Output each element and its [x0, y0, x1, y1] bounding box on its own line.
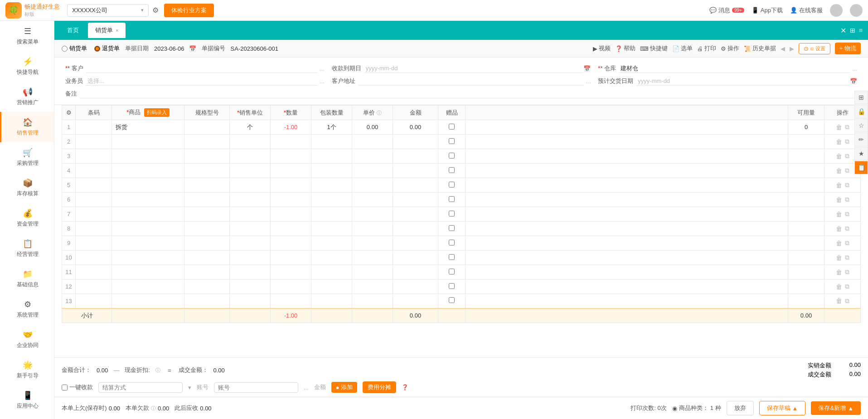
salesman-dots[interactable]: ... [318, 78, 325, 85]
copy-icon[interactable]: ⧉ [845, 283, 849, 290]
nav-next-icon[interactable]: ▶ [790, 45, 794, 52]
abandon-button[interactable]: 放弃 [727, 401, 754, 415]
delete-icon[interactable]: 🗑 [836, 297, 842, 304]
addr-dots[interactable]: ... [584, 78, 591, 85]
company-selector[interactable]: XXXXXX公司 ▾ [67, 4, 149, 17]
sidebar-item-enterprise[interactable]: 🤝 企业协同 [0, 324, 54, 355]
cell-amount[interactable] [393, 279, 438, 294]
cell-unit-price[interactable] [352, 193, 393, 207]
cell-pkg-qty[interactable] [311, 279, 352, 294]
cell-barcode[interactable] [76, 236, 112, 250]
cell-gift[interactable] [438, 164, 466, 178]
cell-amount[interactable] [393, 207, 438, 222]
radio-return-order[interactable]: 退货单 [94, 44, 120, 53]
customer-input[interactable] [86, 64, 318, 73]
delete-icon[interactable]: 🗑 [836, 182, 842, 189]
rf-edit-btn[interactable]: ✏ [854, 133, 868, 146]
message-item[interactable]: 💬 消息 99+ [709, 6, 744, 14]
copy-icon[interactable]: ⧉ [845, 138, 849, 145]
cell-pkg-qty[interactable] [311, 207, 352, 222]
rf-expand-btn[interactable]: ⊞ [854, 91, 868, 104]
customer-dots[interactable]: ... [318, 65, 325, 72]
trial-button[interactable]: 体验行业方案 [164, 4, 214, 17]
cell-amount[interactable] [393, 265, 438, 279]
cell-barcode[interactable] [76, 279, 112, 294]
cell-pkg-qty[interactable] [311, 250, 352, 265]
cell-unit[interactable] [230, 178, 271, 193]
cell-gift[interactable] [438, 193, 466, 207]
cell-spec[interactable] [184, 294, 230, 308]
cell-pkg-qty[interactable] [311, 265, 352, 279]
online-service-item[interactable]: 👤 在线客服 [790, 6, 823, 14]
select-btn[interactable]: 📄 选单 [672, 44, 693, 53]
cell-amount[interactable] [393, 236, 438, 250]
cell-gift[interactable] [438, 236, 466, 250]
cell-product[interactable] [112, 265, 184, 279]
warehouse-input[interactable] [619, 64, 850, 73]
cell-amount[interactable] [393, 250, 438, 265]
cell-unit-price[interactable] [352, 265, 393, 279]
cell-unit[interactable] [230, 236, 271, 250]
cell-amount[interactable] [393, 294, 438, 308]
grid-view-icon[interactable]: ⊞ [850, 27, 855, 34]
sidebar-item-guide[interactable]: 🌟 新手引导 [0, 355, 54, 385]
cell-barcode[interactable] [76, 120, 112, 135]
cell-unit[interactable] [230, 135, 271, 149]
tab-sales-order[interactable]: 销货单 × [88, 23, 126, 38]
cell-amount[interactable] [393, 222, 438, 236]
copy-icon[interactable]: ⧉ [845, 254, 849, 261]
cell-barcode[interactable] [76, 265, 112, 279]
rf-star-btn[interactable]: ☆ [854, 119, 868, 132]
cell-unit-price[interactable] [352, 178, 393, 193]
cell-amount[interactable] [393, 193, 438, 207]
copy-icon[interactable]: ⧉ [845, 196, 849, 203]
rf-fav-btn[interactable]: ★ [854, 147, 868, 160]
app-download-item[interactable]: 📱 App下载 [752, 6, 783, 14]
cell-spec[interactable] [184, 164, 230, 178]
cell-unit[interactable] [230, 193, 271, 207]
account-dots[interactable]: ... [304, 384, 309, 391]
calendar-icon[interactable]: 📅 [583, 65, 591, 72]
cell-product[interactable] [112, 294, 184, 308]
delete-icon[interactable]: 🗑 [836, 283, 842, 290]
customer-addr-input[interactable] [358, 77, 584, 86]
cell-unit[interactable]: 个 [230, 120, 271, 135]
cell-gift[interactable] [438, 294, 466, 308]
cell-quantity[interactable] [271, 294, 311, 308]
copy-icon[interactable]: ⧉ [845, 210, 849, 218]
sidebar-item-inventory[interactable]: 📦 库存核算 [0, 173, 54, 203]
cell-unit-price[interactable] [352, 294, 393, 308]
cell-spec[interactable] [184, 178, 230, 193]
cell-barcode[interactable] [76, 178, 112, 193]
cell-pkg-qty[interactable] [311, 178, 352, 193]
copy-icon[interactable]: ⧉ [845, 181, 849, 189]
cell-quantity[interactable] [271, 279, 311, 294]
cell-barcode[interactable] [76, 193, 112, 207]
nav-prev-icon[interactable]: ◀ [781, 45, 785, 52]
cell-spec[interactable] [184, 149, 230, 164]
cell-product[interactable] [112, 207, 184, 222]
cell-product[interactable] [112, 236, 184, 250]
cell-gift[interactable] [438, 265, 466, 279]
cell-barcode[interactable] [76, 164, 112, 178]
cell-barcode[interactable] [76, 222, 112, 236]
copy-icon[interactable]: ⧉ [845, 123, 849, 131]
cell-unit[interactable] [230, 250, 271, 265]
cell-pkg-qty[interactable] [311, 236, 352, 250]
delete-icon[interactable]: 🗑 [836, 225, 842, 232]
cell-gift[interactable] [438, 207, 466, 222]
tab-home[interactable]: 首页 [60, 23, 86, 38]
cell-amount[interactable]: 0.00 [393, 120, 438, 135]
cell-amount[interactable] [393, 178, 438, 193]
sidebar-item-system[interactable]: ⚙ 系统管理 [0, 294, 54, 324]
cell-quantity[interactable] [271, 178, 311, 193]
settle-method-input[interactable] [98, 382, 183, 393]
delete-icon[interactable]: 🗑 [836, 254, 842, 261]
expected-cal-icon[interactable]: 📅 [850, 78, 857, 85]
cell-barcode[interactable] [76, 250, 112, 265]
cell-spec[interactable] [184, 265, 230, 279]
cell-quantity[interactable] [271, 193, 311, 207]
cell-gift[interactable] [438, 178, 466, 193]
logistics-button[interactable]: + 物流 [835, 43, 861, 54]
settings-button[interactable]: ⊙ ⊙ 设置 [799, 43, 830, 54]
